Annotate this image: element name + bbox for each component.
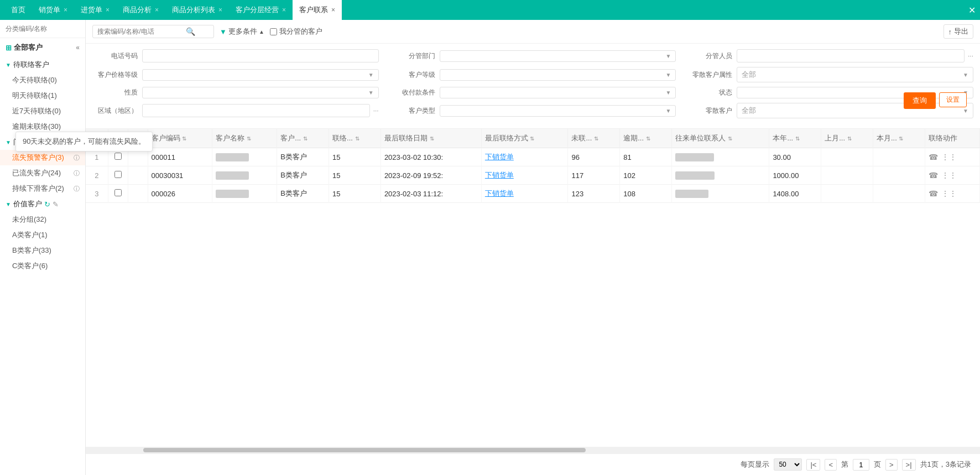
- filter-search-icon[interactable]: 🔍: [186, 27, 195, 36]
- table-row: 2 00030031 ██ B类客户 15 2023-02-09 19:52: …: [86, 166, 980, 185]
- sidebar-search-input[interactable]: [6, 25, 86, 33]
- query-button[interactable]: 查询: [904, 92, 936, 109]
- sort-icon-type[interactable]: ⇅: [303, 135, 307, 142]
- info-icon-2: ⓘ: [74, 169, 80, 178]
- cell-last-contact-way[interactable]: 下销货单: [481, 148, 568, 166]
- person-input[interactable]: [737, 49, 965, 62]
- filter-phone: 电话号码: [92, 49, 379, 62]
- export-button[interactable]: ↑ 导出: [943, 24, 974, 39]
- search-input[interactable]: [97, 28, 186, 35]
- sidebar-item-today[interactable]: 今天待联络(0): [0, 72, 85, 88]
- close-analysis-list-tab[interactable]: ×: [218, 6, 222, 14]
- sort-icon-cp[interactable]: ⇅: [728, 135, 732, 142]
- row-checkbox[interactable]: [114, 171, 122, 178]
- contact-icon[interactable]: ☎: [929, 171, 938, 180]
- sidebar-all-customers-header[interactable]: ⊞ 全部客户 «: [0, 38, 85, 57]
- region-input[interactable]: [142, 104, 370, 117]
- sort-icon-lcd[interactable]: ⇅: [430, 135, 434, 142]
- close-customer-contact-tab[interactable]: ×: [331, 6, 335, 14]
- top-navigation: 首页 销货单 × 进货单 × 商品分析 × 商品分析列表 × 客户分层经营 × …: [0, 0, 980, 20]
- sidebar-item-class-a[interactable]: A类客户(1): [0, 227, 85, 243]
- page-number-input[interactable]: [853, 459, 869, 471]
- more-icon-region[interactable]: ···: [373, 107, 379, 114]
- phone-input[interactable]: [142, 49, 379, 62]
- funnel-icon: ▼: [220, 28, 227, 36]
- dept-select[interactable]: ▼: [440, 50, 676, 62]
- col-overdue: 逾期... ⇅: [620, 129, 672, 148]
- my-customer-checkbox-area[interactable]: 我分管的客户: [270, 27, 322, 36]
- sort-icon-name[interactable]: ⇅: [247, 135, 251, 142]
- info-icon-3: ⓘ: [74, 185, 80, 193]
- more-filter-button[interactable]: ▼ 更多条件 ▲: [220, 27, 264, 36]
- tab-home[interactable]: 首页: [4, 0, 32, 20]
- cell-last-contact-way[interactable]: 下销货单: [481, 166, 568, 185]
- sort-icon-tm[interactable]: ⇅: [899, 135, 903, 142]
- arrow-icon: ▼: [6, 62, 11, 68]
- tab-customer-tier[interactable]: 客户分层经营 ×: [229, 0, 293, 20]
- arrow-icon-3: ▼: [6, 201, 11, 207]
- contact-icon[interactable]: ☎: [929, 189, 938, 198]
- close-sales-tab[interactable]: ×: [64, 6, 67, 14]
- tab-analysis[interactable]: 商品分析 ×: [116, 0, 165, 20]
- horizontal-scrollbar[interactable]: [86, 447, 980, 453]
- sidebar-item-declining[interactable]: 持续下滑客户(2) ⓘ: [0, 181, 85, 196]
- next-page-button[interactable]: >: [885, 459, 898, 471]
- close-analysis-tab[interactable]: ×: [155, 6, 159, 14]
- contact-icon[interactable]: ☎: [929, 153, 938, 161]
- sort-icon-contact[interactable]: ⇅: [355, 135, 359, 142]
- sidebar-item-class-b[interactable]: B类客户(33): [0, 243, 85, 258]
- sort-icon-lm[interactable]: ⇅: [847, 135, 852, 142]
- filter-customer-grade: 客户等级 ▼: [390, 69, 676, 81]
- per-page-select[interactable]: 50 10 20 100: [774, 458, 802, 471]
- cell-last-contact-way[interactable]: 下销货单: [481, 185, 568, 203]
- edit-icon[interactable]: ✎: [53, 200, 59, 208]
- tab-purchase[interactable]: 进货单 ×: [74, 0, 116, 20]
- refresh-icon[interactable]: ↻: [44, 200, 50, 208]
- sort-icon-od[interactable]: ⇅: [646, 135, 650, 142]
- sidebar-item-week[interactable]: 近7天待联络(0): [0, 103, 85, 119]
- tab-sales[interactable]: 销货单 ×: [32, 0, 74, 20]
- col-no-contact: 未联... ⇅: [568, 129, 620, 148]
- scroll-thumb[interactable]: [143, 448, 586, 452]
- sidebar-item-potential-lost[interactable]: 流失预警客户(3) ⓘ: [0, 150, 85, 165]
- more-action-icon[interactable]: ⋮⋮: [941, 171, 957, 180]
- sort-icon-lcw[interactable]: ⇅: [530, 135, 534, 142]
- sort-icon-ty[interactable]: ⇅: [795, 135, 800, 142]
- sidebar-collapse-button[interactable]: «: [76, 44, 80, 51]
- setting-button[interactable]: 设置: [939, 92, 967, 107]
- cell-checkbox: [108, 166, 128, 185]
- more-action-icon[interactable]: ⋮⋮: [941, 189, 957, 198]
- last-page-button[interactable]: >|: [902, 459, 916, 471]
- filter-customer-type: 客户类型 ▼: [390, 105, 676, 117]
- sidebar-group-value-customers: ▼ 价值客户 ↻ ✎ 未分组(32) A类客户(1) B类客户(33) C类客户…: [0, 196, 85, 274]
- retail-attr-select[interactable]: 全部 ▼: [737, 67, 973, 82]
- table-row: 1 000011 ██████ B类客户 15 2023-03-02 10:30…: [86, 148, 980, 166]
- row-checkbox[interactable]: [114, 153, 122, 160]
- sidebar-group-value-title[interactable]: ▼ 价值客户 ↻ ✎: [0, 196, 85, 212]
- app-close-icon[interactable]: ✕: [968, 5, 976, 15]
- customer-type-select[interactable]: ▼: [440, 105, 676, 117]
- sidebar-item-lost[interactable]: 已流失客户(24) ⓘ: [0, 165, 85, 181]
- sort-icon-nc[interactable]: ⇅: [594, 135, 598, 142]
- row-checkbox[interactable]: [114, 189, 122, 196]
- sidebar-item-unclassified[interactable]: 未分组(32): [0, 212, 85, 227]
- first-page-button[interactable]: |<: [806, 459, 820, 471]
- sidebar-item-tomorrow[interactable]: 明天待联络(1): [0, 88, 85, 103]
- tab-analysis-list[interactable]: 商品分析列表 ×: [165, 0, 229, 20]
- my-customer-checkbox[interactable]: [270, 28, 277, 35]
- more-icon-person[interactable]: ···: [968, 52, 973, 60]
- more-action-icon[interactable]: ⋮⋮: [941, 153, 957, 161]
- sidebar-item-class-c[interactable]: C类客户(6): [0, 258, 85, 274]
- close-customer-tier-tab[interactable]: ×: [282, 6, 286, 14]
- cell-overdue: 102: [620, 166, 672, 185]
- customer-grade-select[interactable]: ▼: [440, 69, 676, 81]
- nature-select[interactable]: ▼: [142, 87, 379, 98]
- payment-select[interactable]: ▼: [440, 87, 676, 98]
- sidebar-group-pending-contact-title[interactable]: ▼ 待联络客户: [0, 57, 85, 72]
- close-purchase-tab[interactable]: ×: [106, 6, 110, 14]
- sort-icon-code[interactable]: ⇅: [182, 135, 186, 142]
- price-grade-select[interactable]: ▼: [142, 69, 379, 81]
- table-header-row: ⚙ 客户编码 ⇅ 客户名称 ⇅ 客户... ⇅: [86, 129, 980, 148]
- tab-customer-contact[interactable]: 客户联系 ×: [293, 0, 342, 20]
- prev-page-button[interactable]: <: [825, 459, 837, 471]
